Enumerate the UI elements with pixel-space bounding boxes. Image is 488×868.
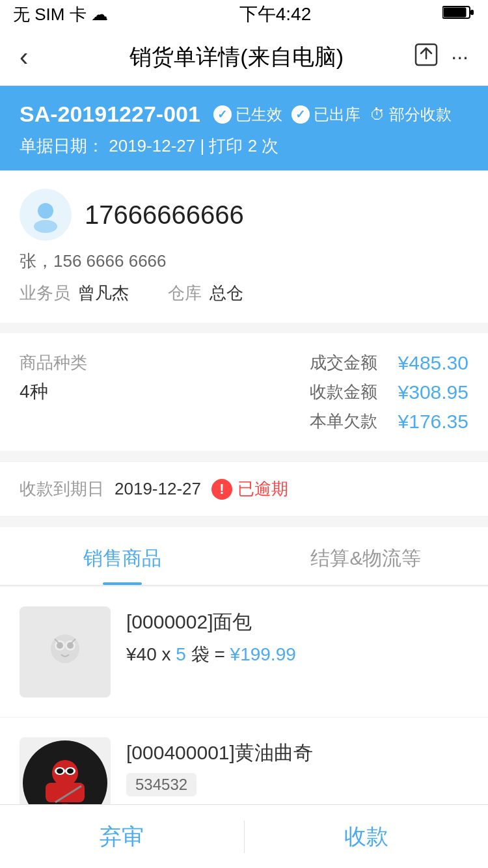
status-bar-right xyxy=(442,5,475,24)
svg-rect-2 xyxy=(470,10,474,15)
more-button[interactable]: ··· xyxy=(451,45,468,69)
customer-section: 17666666666 张，156 6666 6666 业务员 曾凡杰 仓库 总… xyxy=(0,170,488,323)
type-label: 商品种类 xyxy=(20,351,87,374)
date-label: 单据日期： xyxy=(20,136,104,156)
status-bar-left: 无 SIM 卡 ☁ xyxy=(13,3,108,26)
received-label: 收款金额 xyxy=(310,381,377,403)
amount-label: 成交金额 xyxy=(310,351,377,374)
header-banner: SA-20191227-001 ✓ 已生效 ✓ 已出库 ⏱ 部分收款 单据日期：… xyxy=(0,86,488,170)
balance-label: 本单欠款 xyxy=(310,410,377,433)
received-value: ¥308.95 xyxy=(390,381,468,403)
due-date-section: 收款到期日 2019-12-27 ! 已逾期 xyxy=(0,461,488,517)
svg-point-16 xyxy=(57,768,63,774)
cancel-review-button[interactable]: 弃审 xyxy=(0,809,244,865)
collect-payment-button[interactable]: 收款 xyxy=(245,809,489,865)
product-name-2: [000400001]黄油曲奇 xyxy=(126,740,468,766)
product-type-stat: 商品种类 4种 xyxy=(20,351,87,404)
stats-section: 商品种类 4种 成交金额 ¥485.30 收款金额 ¥308.95 本单欠款 ¥… xyxy=(0,333,488,451)
warehouse-label: 仓库 xyxy=(168,282,202,305)
warehouse-item: 仓库 总仓 xyxy=(168,282,243,305)
svg-point-4 xyxy=(38,203,53,219)
svg-rect-13 xyxy=(46,783,85,802)
svg-point-5 xyxy=(34,220,57,233)
nav-bar: ‹ 销货单详情(来自电脑) ··· xyxy=(0,29,488,86)
overdue-text: 已逾期 xyxy=(237,478,288,500)
product-image-1 xyxy=(20,606,111,698)
product-info-1: [0000002]面包 ¥40 x 5 袋 = ¥199.99 xyxy=(126,606,468,667)
salesperson-label: 业务员 xyxy=(20,282,70,305)
customer-name-phone: 张，156 6666 6666 xyxy=(20,250,468,273)
sim-status: 无 SIM 卡 ☁ xyxy=(13,3,108,26)
check-icon-2: ✓ xyxy=(291,105,310,124)
page-title: 销货单详情(来自电脑) xyxy=(59,42,414,72)
received-row: 收款金额 ¥308.95 xyxy=(310,381,468,403)
tab-settlement[interactable]: 结算&物流等 xyxy=(244,527,488,585)
customer-phone: 17666666666 xyxy=(85,200,244,230)
banner-date-row: 单据日期： 2019-12-27 | 打印 2 次 xyxy=(20,135,468,157)
product-name-1: [0000002]面包 xyxy=(126,609,468,636)
print-info: | 打印 2 次 xyxy=(200,136,278,156)
bottom-bar: 弃审 收款 xyxy=(0,804,488,868)
svg-point-9 xyxy=(57,642,63,649)
battery-status xyxy=(442,5,475,24)
warehouse-value: 总仓 xyxy=(210,282,243,305)
tabs-section: 销售商品 结算&物流等 xyxy=(0,527,488,586)
product-image-placeholder-1 xyxy=(20,606,111,698)
banner-row1: SA-20191227-001 ✓ 已生效 ✓ 已出库 ⏱ 部分收款 xyxy=(20,102,468,127)
check-icon-1: ✓ xyxy=(213,105,232,124)
svg-point-17 xyxy=(67,768,74,774)
overdue-badge: ! 已逾期 xyxy=(211,478,288,500)
balance-row: 本单欠款 ¥176.35 xyxy=(310,410,468,433)
order-id: SA-20191227-001 xyxy=(20,102,200,127)
product-total-1: ¥199.99 xyxy=(230,644,296,664)
svg-point-10 xyxy=(67,642,74,649)
due-date-value: 2019-12-27 xyxy=(115,479,201,499)
due-label: 收款到期日 xyxy=(20,478,104,500)
product-price-row-1: ¥40 x 5 袋 = ¥199.99 xyxy=(126,642,468,667)
status-bar: 无 SIM 卡 ☁ 下午4:42 xyxy=(0,0,488,29)
salesperson-value: 曾凡杰 xyxy=(78,282,129,305)
nav-actions: ··· xyxy=(414,43,468,72)
product-qty-1: 5 xyxy=(176,644,186,664)
status-bar-time: 下午4:42 xyxy=(239,2,312,27)
tab-sales-products[interactable]: 销售商品 xyxy=(0,527,244,585)
badge-effective: ✓ 已生效 xyxy=(213,104,282,125)
share-button[interactable] xyxy=(414,43,438,72)
product-item: [0000002]面包 ¥40 x 5 袋 = ¥199.99 xyxy=(0,587,488,718)
salesperson-item: 业务员 曾凡杰 xyxy=(20,282,129,305)
customer-avatar xyxy=(20,189,72,241)
customer-header: 17666666666 xyxy=(20,189,468,241)
amount-value: ¥485.30 xyxy=(390,352,468,374)
svg-rect-1 xyxy=(444,8,467,18)
amount-row: 成交金额 ¥485.30 xyxy=(310,351,468,374)
overdue-icon: ! xyxy=(211,479,232,500)
clock-icon: ⏱ xyxy=(370,105,385,124)
product-price-1: ¥40 xyxy=(126,644,157,664)
amount-stats: 成交金额 ¥485.30 收款金额 ¥308.95 本单欠款 ¥176.35 xyxy=(310,351,468,433)
product-sku-2: 534532 xyxy=(126,773,197,796)
status-badges: ✓ 已生效 ✓ 已出库 ⏱ 部分收款 xyxy=(213,104,452,125)
badge-shipped: ✓ 已出库 xyxy=(291,104,360,125)
badge-partial-payment: ⏱ 部分收款 xyxy=(370,104,452,125)
balance-value: ¥176.35 xyxy=(390,411,468,433)
order-date: 2019-12-27 xyxy=(109,136,195,156)
product-unit-1: 袋 xyxy=(191,644,210,664)
customer-meta: 业务员 曾凡杰 仓库 总仓 xyxy=(20,282,468,305)
type-value: 4种 xyxy=(20,379,87,404)
back-button[interactable]: ‹ xyxy=(20,42,59,72)
